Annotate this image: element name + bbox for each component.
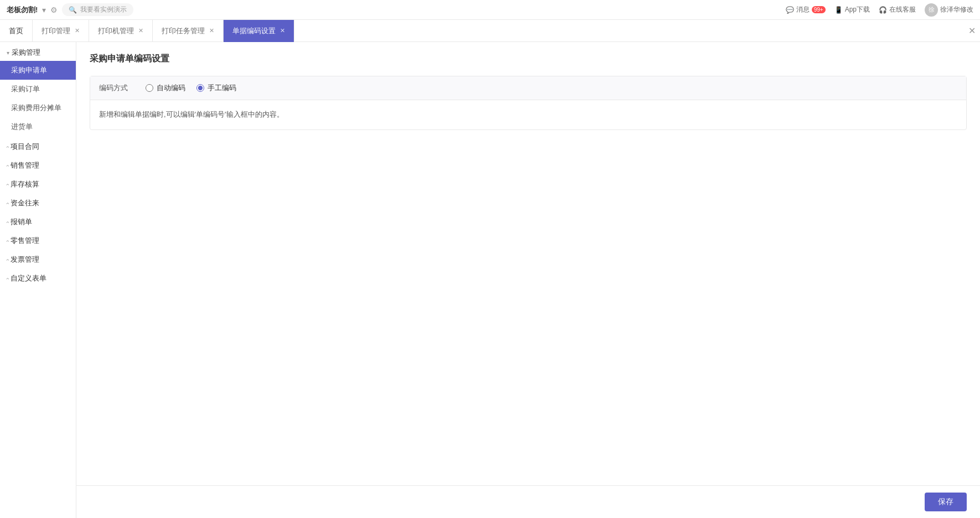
online-service-item[interactable]: 🎧 在线客服	[879, 5, 916, 14]
sidebar-group-invoice-mgmt: › 发票管理	[0, 249, 76, 268]
tab-print-task-mgmt[interactable]: 打印任务管理 ✕	[153, 20, 224, 42]
close-panel-icon[interactable]: ✕	[968, 25, 976, 36]
sidebar-group-project-contract-header[interactable]: › 项目合同	[0, 136, 76, 155]
sidebar-group-custom-forms-header[interactable]: › 自定义表单	[0, 268, 76, 287]
sidebar-group-funds-label: 资金往来	[11, 198, 39, 208]
sidebar-group-retail-header[interactable]: › 零售管理	[0, 230, 76, 249]
sidebar-group-project-contract: › 项目合同	[0, 136, 76, 155]
sidebar: ▾ 采购管理 采购申请单 采购订单 采购费用分摊单 进货单	[0, 42, 76, 518]
auto-code-label: 自动编码	[157, 83, 185, 93]
sidebar-group-custom-forms: › 自定义表单	[0, 268, 76, 287]
app-icon: 📱	[834, 6, 843, 14]
app-logo: 老板勿割!	[7, 5, 38, 15]
sidebar-group-purchase-mgmt-header[interactable]: ▾ 采购管理	[0, 42, 76, 61]
sidebar-group-sales-header[interactable]: › 销售管理	[0, 155, 76, 174]
encoding-radio-group: 自动编码 手工编码	[146, 83, 236, 93]
expand-arrow-invoice: ›	[4, 258, 11, 260]
settings-icon[interactable]: ⚙	[50, 6, 58, 14]
headset-icon: 🎧	[879, 6, 887, 14]
top-bar-left: 老板勿割! ▾ ⚙ 🔍 我要看实例演示	[7, 3, 133, 16]
hint-text: 新增和编辑单据编时,可以编辑'单编码号'输入框中的内容。	[90, 100, 966, 130]
page-title: 采购申请单编码设置	[90, 53, 967, 65]
top-bar-right: 💬 消息 99+ 📱 App下载 🎧 在线客服 徐 徐泽华修改	[786, 3, 973, 17]
encoding-row: 编码方式 自动编码 手工编码	[90, 76, 966, 100]
manual-code-label: 手工编码	[208, 83, 236, 93]
sidebar-group-sales-label: 销售管理	[11, 160, 39, 170]
app-download-item[interactable]: 📱 App下载	[834, 5, 870, 14]
message-label: 消息	[796, 5, 810, 14]
expand-arrow-purchase: ▾	[7, 50, 9, 56]
search-icon: 🔍	[69, 6, 77, 14]
manual-code-radio[interactable]	[196, 84, 204, 92]
content-footer: 保存	[76, 485, 980, 518]
sidebar-group-inventory-header[interactable]: › 库存核算	[0, 174, 76, 193]
sidebar-group-inventory-label: 库存核算	[11, 179, 39, 189]
sidebar-item-purchase-request[interactable]: 采购申请单	[0, 61, 76, 80]
sidebar-group-retail-label: 零售管理	[11, 236, 39, 246]
manual-code-option[interactable]: 手工编码	[196, 83, 236, 93]
app-download-label: App下载	[845, 5, 870, 14]
message-item[interactable]: 💬 消息 99+	[786, 5, 826, 14]
tab-bar: 首页 打印管理 ✕ 打印机管理 ✕ 打印任务管理 ✕ 单据编码设置 ✕ ✕	[0, 20, 980, 42]
tab-print-mgmt-close[interactable]: ✕	[75, 27, 80, 34]
sidebar-item-stock-in[interactable]: 进货单	[0, 117, 76, 136]
tab-barcode-settings[interactable]: 单据编码设置 ✕	[224, 20, 294, 42]
main-layout: ▾ 采购管理 采购申请单 采购订单 采购费用分摊单 进货单	[0, 42, 980, 518]
expand-arrow-funds: ›	[4, 202, 11, 204]
tab-barcode-settings-label: 单据编码设置	[232, 26, 276, 36]
save-button[interactable]: 保存	[925, 493, 967, 511]
sidebar-group-custom-forms-label: 自定义表单	[11, 273, 46, 283]
dropdown-icon[interactable]: ▾	[42, 6, 46, 14]
sidebar-group-invoice-label: 发票管理	[11, 255, 39, 265]
sidebar-group-purchase-mgmt: ▾ 采购管理 采购申请单 采购订单 采购费用分摊单 进货单	[0, 42, 76, 136]
online-service-label: 在线客服	[889, 5, 916, 14]
message-badge: 99+	[812, 6, 826, 13]
expand-arrow-returns: ›	[4, 221, 11, 222]
expand-arrow-custom: ›	[4, 277, 11, 279]
encoding-section: 编码方式 自动编码 手工编码 新增和编辑单据编时,可以编辑'单编码号'输入框中的…	[90, 76, 967, 130]
tab-barcode-settings-close[interactable]: ✕	[280, 27, 285, 34]
encoding-label: 编码方式	[99, 83, 132, 93]
tab-printer-mgmt-label: 打印机管理	[98, 26, 134, 36]
sidebar-item-purchase-order[interactable]: 采购订单	[0, 80, 76, 99]
auto-code-option[interactable]: 自动编码	[146, 83, 185, 93]
sidebar-group-sales-mgmt: › 销售管理	[0, 155, 76, 174]
expand-arrow-project: ›	[4, 146, 11, 147]
expand-arrow-inventory: ›	[4, 183, 11, 185]
sidebar-group-returns-header[interactable]: › 报销单	[0, 211, 76, 230]
expand-arrow-retail: ›	[4, 240, 11, 241]
sidebar-group-returns: › 报销单	[0, 211, 76, 230]
tab-home-label: 首页	[9, 26, 23, 36]
tab-print-mgmt-label: 打印管理	[42, 26, 70, 36]
expand-arrow-sales: ›	[4, 164, 11, 166]
content-area: 采购申请单编码设置 编码方式 自动编码 手工编码	[76, 42, 980, 518]
message-icon: 💬	[786, 6, 794, 14]
tab-home[interactable]: 首页	[0, 20, 33, 42]
user-item[interactable]: 徐 徐泽华修改	[925, 3, 973, 17]
sidebar-item-purchase-expense[interactable]: 采购费用分摊单	[0, 99, 76, 117]
sidebar-group-funds-header[interactable]: › 资金往来	[0, 193, 76, 211]
tab-printer-mgmt[interactable]: 打印机管理 ✕	[89, 20, 153, 42]
sidebar-group-returns-label: 报销单	[11, 217, 32, 227]
sidebar-group-funds: › 资金往来	[0, 193, 76, 211]
avatar: 徐	[925, 3, 938, 17]
tab-print-task-mgmt-close[interactable]: ✕	[209, 27, 214, 34]
tab-printer-mgmt-close[interactable]: ✕	[138, 27, 143, 34]
auto-code-radio[interactable]	[146, 84, 153, 92]
search-text: 我要看实例演示	[80, 5, 127, 14]
tab-print-task-mgmt-label: 打印任务管理	[162, 26, 205, 36]
top-bar: 老板勿割! ▾ ⚙ 🔍 我要看实例演示 💬 消息 99+ 📱 App下载 🎧 在…	[0, 0, 980, 20]
tab-print-mgmt[interactable]: 打印管理 ✕	[33, 20, 89, 42]
user-name: 徐泽华修改	[940, 5, 973, 14]
search-bar[interactable]: 🔍 我要看实例演示	[62, 3, 133, 16]
content-main: 采购申请单编码设置 编码方式 自动编码 手工编码	[76, 42, 980, 485]
sidebar-group-retail-mgmt: › 零售管理	[0, 230, 76, 249]
sidebar-group-project-label: 项目合同	[11, 142, 39, 152]
sidebar-group-purchase-label: 采购管理	[12, 48, 40, 58]
sidebar-group-purchase-items: 采购申请单 采购订单 采购费用分摊单 进货单	[0, 61, 76, 136]
sidebar-group-invoice-header[interactable]: › 发票管理	[0, 249, 76, 268]
sidebar-group-inventory: › 库存核算	[0, 174, 76, 193]
